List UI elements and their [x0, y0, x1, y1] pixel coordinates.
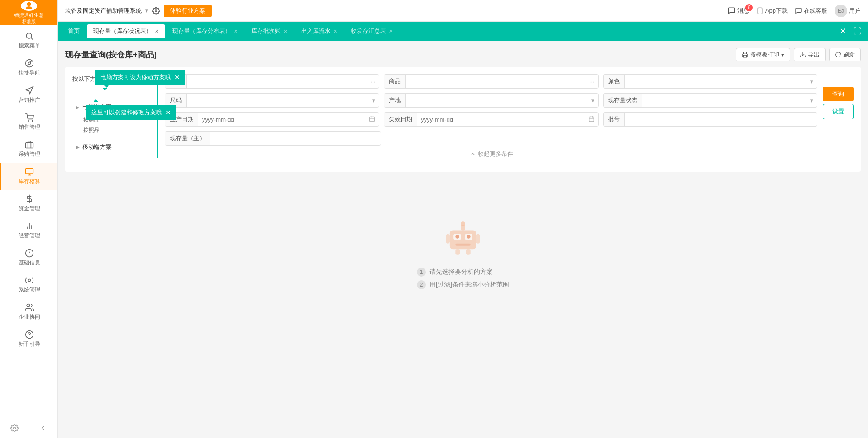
- sidebar-item-search[interactable]: 搜索菜单: [0, 27, 57, 54]
- tab-close-inventory-status[interactable]: ✕: [155, 28, 159, 34]
- settings-icon[interactable]: [152, 7, 160, 15]
- stock-status-input[interactable]: [642, 97, 807, 104]
- produce-date-input[interactable]: [198, 116, 365, 123]
- sidebar-item-guide[interactable]: 新手引导: [0, 325, 57, 353]
- svg-point-5: [28, 121, 29, 122]
- svg-rect-23: [758, 8, 762, 14]
- empty-state: 1 请先选择要分析的方案 2 用[过滤]条件来缩小分析范围: [65, 177, 861, 325]
- batch-input[interactable]: [625, 116, 817, 123]
- reset-btn[interactable]: 设置: [823, 104, 854, 119]
- user-action[interactable]: Ea 用户: [835, 5, 861, 17]
- empty-tips: 1 请先选择要分析的方案 2 用[过滤]条件来缩小分析范围: [417, 268, 509, 289]
- svg-rect-27: [370, 117, 375, 122]
- search-btn[interactable]: 查询: [823, 87, 854, 101]
- svg-line-2: [31, 38, 33, 40]
- svg-rect-44: [476, 234, 480, 244]
- scheme-item-mobile[interactable]: ▶ 移动端方案: [72, 141, 151, 153]
- stock-main-to-input[interactable]: [259, 135, 296, 142]
- tab-home[interactable]: 首页: [61, 24, 86, 38]
- tab-close-distribution[interactable]: ✕: [234, 28, 238, 34]
- experience-btn[interactable]: 体验行业方案: [164, 5, 212, 17]
- system-name: 装备及固定资产辅助管理系统: [65, 7, 142, 15]
- sidebar-item-purchase[interactable]: 采购管理: [0, 136, 57, 163]
- tab-batch-account[interactable]: 库存批次账 ✕: [245, 24, 294, 38]
- sidebar-settings-btn[interactable]: [10, 424, 19, 433]
- tab-inventory-status[interactable]: 现存量（库存状况表） ✕: [87, 24, 165, 38]
- tab-close-summary[interactable]: ✕: [389, 28, 393, 34]
- color-arrow-icon[interactable]: ▾: [807, 78, 817, 85]
- field-stock-main: 现存量（主） —: [165, 131, 381, 146]
- export-btn[interactable]: 导出: [794, 48, 826, 61]
- sidebar-item-management[interactable]: 经营管理: [0, 217, 57, 244]
- tab-summary[interactable]: 收发存汇总表 ✕: [344, 24, 399, 38]
- svg-point-0: [27, 2, 31, 6]
- online-service-label: 在线客服: [804, 7, 827, 15]
- size-input[interactable]: [187, 97, 368, 104]
- origin-arrow-icon[interactable]: ▾: [588, 97, 598, 104]
- tab-close-flow[interactable]: ✕: [333, 28, 337, 34]
- color-input[interactable]: [625, 78, 807, 85]
- sidebar-collapse-btn[interactable]: [39, 424, 47, 433]
- goods-input[interactable]: [406, 78, 585, 85]
- field-expire-date: 失效日期: [384, 112, 598, 127]
- export-label: 导出: [808, 51, 820, 59]
- tooltip2-close[interactable]: ✕: [165, 109, 171, 116]
- field-produce-date: 生产日期: [165, 112, 379, 127]
- header-right: 消息 6 App下载 在线客服 Ea 用户: [727, 5, 861, 17]
- refresh-btn[interactable]: 刷新: [829, 48, 861, 61]
- sidebar-item-system[interactable]: 系统管理: [0, 271, 57, 298]
- produce-date-calendar-icon[interactable]: [365, 116, 379, 123]
- svg-point-21: [14, 427, 16, 429]
- app-download-label: App下载: [765, 7, 788, 15]
- sidebar-item-marketing[interactable]: 营销推广: [0, 81, 57, 108]
- field-goods: 商品 ···: [384, 74, 598, 89]
- sidebar-item-sales[interactable]: 销售管理: [0, 108, 57, 136]
- template-print-btn[interactable]: 按模板打印 ▾: [736, 48, 790, 61]
- refresh-label: 刷新: [843, 51, 855, 59]
- empty-tip-2: 2 用[过滤]条件来缩小分析范围: [417, 280, 509, 289]
- sidebar-item-inventory[interactable]: 库存核算: [0, 163, 57, 190]
- logo-icon: [21, 1, 37, 11]
- warehouse-input[interactable]: [187, 78, 367, 85]
- user-label: 用户: [849, 7, 861, 15]
- app-download-action[interactable]: App下载: [756, 7, 788, 15]
- svg-point-17: [28, 279, 31, 282]
- scheme-sub-item-2[interactable]: 按照品: [80, 125, 151, 136]
- sidebar-item-enterprise[interactable]: 企业协同: [0, 298, 57, 325]
- sidebar: 畅捷通好生意 标准版 搜索菜单 快捷导航 营销推广 销售管理 采购管理 库存核算: [0, 0, 58, 438]
- svg-rect-43: [446, 234, 450, 244]
- header-left: 装备及固定资产辅助管理系统 ▾ 体验行业方案: [65, 5, 212, 17]
- tab-close-all-btn[interactable]: ✕: [837, 26, 849, 36]
- svg-rect-25: [744, 55, 747, 57]
- online-service-action[interactable]: 在线客服: [795, 7, 827, 15]
- collapse-more-btn[interactable]: 收起更多条件: [165, 150, 817, 158]
- expire-date-calendar-icon[interactable]: [585, 116, 598, 123]
- sidebar-item-finance[interactable]: 资金管理: [0, 190, 57, 217]
- goods-dots-icon[interactable]: ···: [586, 78, 598, 85]
- warehouse-dots-icon[interactable]: ···: [367, 78, 379, 85]
- logo-text: 畅捷通好生意 标准版: [14, 12, 44, 24]
- tab-bar-controls: ✕ ⛶: [837, 26, 864, 36]
- stock-status-arrow-icon[interactable]: ▾: [807, 97, 817, 104]
- template-print-arrow: ▾: [781, 52, 784, 58]
- stock-main-from-input[interactable]: [210, 135, 246, 142]
- sidebar-item-basic-info[interactable]: 基础信息: [0, 244, 57, 271]
- tab-close-batch[interactable]: ✕: [283, 28, 288, 34]
- tooltip1-close[interactable]: ✕: [175, 74, 180, 81]
- system-dropdown-icon[interactable]: ▾: [145, 7, 148, 14]
- svg-rect-45: [455, 249, 460, 255]
- sidebar-item-nav[interactable]: 快捷导航: [0, 54, 57, 81]
- origin-input[interactable]: [406, 97, 587, 104]
- svg-point-39: [467, 235, 470, 239]
- size-arrow-icon[interactable]: ▾: [368, 97, 379, 104]
- tab-inout-flow[interactable]: 出入库流水 ✕: [295, 24, 344, 38]
- filter-buttons: 查询 设置: [823, 87, 854, 119]
- filter-row-1: 仓库 ··· 商品 ··· 颜色: [165, 74, 817, 89]
- message-action[interactable]: 消息 6: [727, 7, 749, 15]
- tip-num-1: 1: [417, 268, 426, 277]
- expire-date-input[interactable]: [417, 116, 584, 123]
- tab-fullscreen-btn[interactable]: ⛶: [851, 26, 864, 36]
- empty-tip-1: 1 请先选择要分析的方案: [417, 268, 509, 277]
- tab-inventory-distribution[interactable]: 现存量（库存分布表） ✕: [166, 24, 244, 38]
- filter-panel: 按以下方案查询 + « 电脑方案可设为移动方案哦 ✕: [65, 67, 861, 172]
